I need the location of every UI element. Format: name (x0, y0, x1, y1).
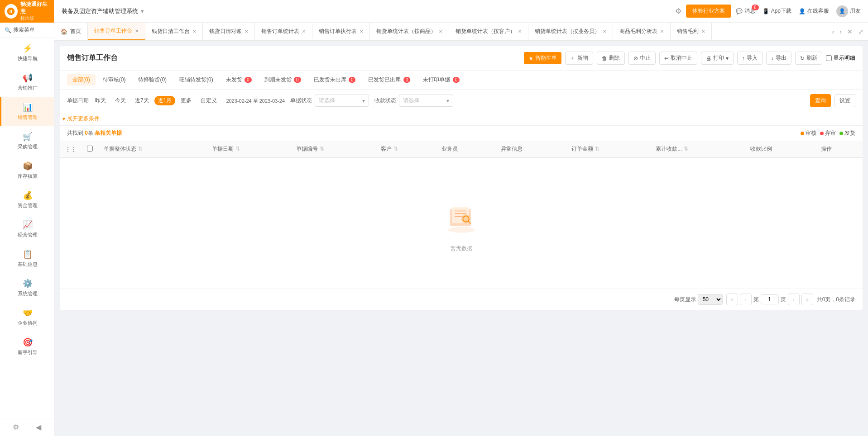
page-first-btn[interactable]: « (726, 294, 738, 305)
tab-home[interactable]: 🏠 首页 (54, 23, 88, 40)
tab-next-btn[interactable]: › (838, 26, 844, 37)
user-menu[interactable]: 👤 用友 (836, 5, 861, 17)
filter-tab-pending-inspection[interactable]: 待择验货(0) (133, 74, 172, 85)
tab-close-icon[interactable]: ✕ (439, 29, 442, 34)
tab-expand-btn[interactable]: ⤢ (856, 26, 865, 37)
plan-button[interactable]: 体验行业方案 (686, 5, 731, 18)
show-detail-checkbox[interactable]: 显示明细 (826, 54, 855, 62)
filter-tab-wangpu[interactable]: 旺铺待发货(0) (174, 74, 219, 85)
sidebar-item-finance[interactable]: 💰 资金管理 (0, 185, 54, 214)
th-abnormal[interactable]: 异常信息 (495, 141, 566, 158)
sidebar-item-operations[interactable]: 📈 经营管理 (0, 214, 54, 244)
th-amount[interactable]: 订单金额⇅ (566, 141, 651, 158)
th-customer[interactable]: 客户⇅ (375, 141, 436, 158)
batch-cancel-review-btn[interactable]: 弃审 (820, 129, 836, 137)
date-btn-1month[interactable]: 近1月 (154, 96, 176, 105)
tab-sales-workbench[interactable]: 销售订单工作台 ✕ (88, 23, 145, 40)
print-btn[interactable]: 🖨 打印 ▾ (701, 52, 734, 65)
date-btn-more[interactable]: 更多 (177, 96, 195, 105)
th-staff[interactable]: 业务员 (436, 141, 495, 158)
page-size-select[interactable]: 10 20 50 100 (698, 294, 723, 305)
tab-sale-summary-product[interactable]: 销货单统计表（按商品） ✕ (370, 23, 449, 40)
th-status[interactable]: 单据整体状态⇅ (98, 141, 206, 158)
page-next-btn[interactable]: › (788, 294, 800, 305)
th-number[interactable]: 单据编号⇅ (291, 141, 375, 158)
tab-close-icon[interactable]: ✕ (245, 29, 248, 34)
workbench-title: 销售订单工作台 (67, 53, 118, 63)
topbar-settings-icon[interactable]: ⚙ (675, 7, 681, 15)
th-collected[interactable]: 累计收款...⇅ (650, 141, 744, 158)
sidebar-item-enterprise[interactable]: 🤝 企业协同 (0, 303, 54, 332)
tab-label: 销售订单执行表 (319, 28, 357, 35)
export-btn[interactable]: ↓ 导出 (766, 52, 791, 65)
online-service-item[interactable]: 👤 在线客服 (799, 7, 829, 15)
payment-select[interactable]: 请选择 ▾ (399, 95, 453, 107)
filter-tab-all[interactable]: 全部(0) (67, 74, 96, 85)
filter-tab-shipped-out[interactable]: 已发货已出库 0 (363, 74, 416, 85)
tab-sale-gross[interactable]: 销售毛利 ✕ (671, 23, 712, 40)
suspend-btn[interactable]: ⊘ 中止 (628, 52, 656, 65)
add-btn[interactable]: ＋ 新增 (565, 52, 593, 65)
filter-tab-not-shipped[interactable]: 未发货 0 (221, 74, 257, 85)
cancel-suspend-btn[interactable]: ↩ 取消中止 (659, 52, 697, 65)
tab-close-icon[interactable]: ✕ (192, 29, 196, 34)
tab-sale-summary-customer[interactable]: 销货单统计表（按客户） ✕ (449, 23, 528, 40)
date-btn-7days[interactable]: 近7天 (131, 96, 153, 105)
settings-filter-btn[interactable]: 设置 (834, 94, 855, 107)
batch-review-btn[interactable]: 审核 (801, 129, 816, 137)
show-detail-input[interactable] (826, 55, 832, 61)
tab-close-icon[interactable]: ✕ (603, 29, 606, 34)
tab-sale-summary-staff[interactable]: 销货单统计表（按业务员） ✕ (528, 23, 613, 40)
tab-prev-btn[interactable]: ‹ (830, 26, 836, 37)
page-input[interactable] (761, 294, 779, 304)
select-all-checkbox[interactable] (87, 146, 93, 152)
filter-tab-overdue[interactable]: 到期未发货 0 (259, 74, 307, 85)
page-prev-btn[interactable]: ‹ (740, 294, 752, 305)
sidebar-search[interactable]: 🔍 搜索菜单 (0, 23, 54, 38)
date-btn-yesterday[interactable]: 昨天 (91, 96, 110, 105)
sidebar-item-system[interactable]: ⚙️ 系统管理 (0, 273, 54, 303)
smart-btn[interactable]: ★ 智能生单 (524, 52, 561, 64)
tab-cash-daily[interactable]: 钱货日清工作台 ✕ (145, 23, 203, 40)
tab-sales-exec[interactable]: 销售订单执行表 ✕ (312, 23, 370, 40)
sidebar-item-basic[interactable]: 📋 基础信息 (0, 244, 54, 273)
tab-close-icon[interactable]: ✕ (518, 29, 522, 34)
filter-tab-pending-review[interactable]: 待审核(0) (97, 74, 131, 85)
status-select[interactable]: 请选择 ▾ (315, 95, 369, 107)
sidebar-item-marketing[interactable]: 📢 营销推广 (0, 67, 54, 97)
tab-close-icon[interactable]: ✕ (135, 28, 139, 33)
tab-close-all-btn[interactable]: ✕ (845, 26, 854, 37)
date-filter-label: 单据日期 (67, 97, 89, 104)
page-last-btn[interactable]: » (801, 294, 813, 305)
tab-close-icon[interactable]: ✕ (360, 29, 363, 34)
sidebar-item-sales[interactable]: 📊 销售管理 (0, 97, 54, 126)
tab-cash-ledger[interactable]: 钱货日清对账 ✕ (203, 23, 255, 40)
tab-margin-analysis[interactable]: 商品毛利分析表 ✕ (613, 23, 671, 40)
filter-tab-shipped-not-out[interactable]: 已发货未出库 0 (308, 74, 361, 85)
import-btn[interactable]: ↑ 导入 (737, 52, 762, 65)
sidebar-item-purchase[interactable]: 🛒 采购管理 (0, 126, 54, 156)
th-checkbox[interactable] (82, 141, 98, 158)
filter-tab-not-printed[interactable]: 未打印单据 0 (417, 74, 465, 85)
delete-btn[interactable]: 🗑 删除 (597, 52, 625, 65)
sidebar-item-guide[interactable]: 🎯 新手引导 (0, 332, 54, 361)
refresh-btn[interactable]: ↻ 刷新 (795, 52, 822, 65)
date-btn-today[interactable]: 今天 (111, 96, 129, 105)
sidebar-item-quick-nav[interactable]: ⚡ 快捷导航 (0, 38, 54, 67)
tab-sales-stats[interactable]: 销售订单统计表 ✕ (255, 23, 312, 40)
th-date[interactable]: 单据日期⇅ (206, 141, 291, 158)
tab-close-icon[interactable]: ✕ (660, 29, 664, 34)
expand-btn[interactable]: ▾ 展开更多条件 (62, 115, 860, 123)
settings-icon[interactable]: ⚙ (13, 423, 19, 431)
message-item[interactable]: 💬 消息 6 (736, 7, 755, 15)
tab-close-icon[interactable]: ✕ (701, 29, 705, 34)
collapse-icon[interactable]: ◀ (36, 423, 41, 431)
date-btn-custom[interactable]: 自定义 (197, 96, 221, 105)
query-btn[interactable]: 查询 (810, 94, 831, 107)
tab-close-icon[interactable]: ✕ (302, 29, 306, 34)
app-download-item[interactable]: 📱 App下载 (762, 7, 791, 15)
sidebar-item-inventory[interactable]: 📦 库存核算 (0, 156, 54, 185)
topbar-dropdown-icon[interactable]: ▾ (141, 8, 144, 14)
message-icon: 💬 (736, 8, 743, 14)
batch-ship-btn[interactable]: 发货 (839, 129, 855, 137)
